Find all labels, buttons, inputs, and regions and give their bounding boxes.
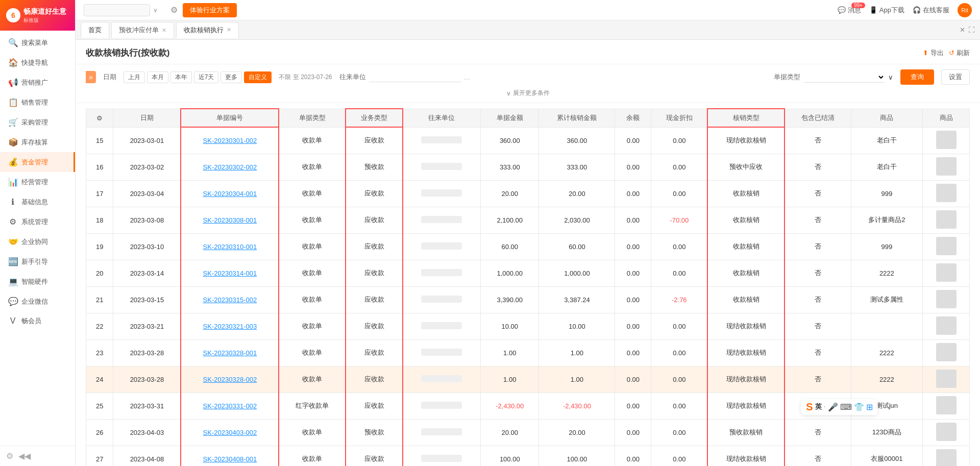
- cell-doc-type: 收款单: [279, 260, 346, 286]
- cell-doc-type: 收款单: [279, 419, 346, 446]
- sidebar-item-quicknav[interactable]: 🏠 快捷导航: [0, 53, 75, 72]
- this-year-button[interactable]: 本年: [170, 71, 192, 83]
- cell-seq: 20: [86, 260, 113, 286]
- this-month-button[interactable]: 本月: [147, 71, 168, 83]
- doc-no-link[interactable]: SK-20230321-003: [203, 323, 257, 330]
- settings-footer-icon[interactable]: ⚙: [6, 451, 13, 461]
- cell-doc-type: 红字收款单: [279, 393, 346, 419]
- cell-partner: [403, 446, 481, 466]
- last-month-button[interactable]: 上月: [124, 71, 145, 83]
- sidebar-item-finance[interactable]: 💰 资金管理: [0, 152, 75, 172]
- table-row: 15 2023-03-01 SK-20230301-002 收款单 应收款 36…: [86, 127, 970, 154]
- sidebar-item-marketing[interactable]: 📢 营销推广: [0, 72, 75, 92]
- tab-home[interactable]: 首页: [81, 22, 109, 38]
- partner-more-icon[interactable]: …: [464, 73, 473, 81]
- app-download-item[interactable]: 📱 App下载: [869, 6, 904, 15]
- cell-verified: 1.00: [539, 339, 615, 366]
- sidebar-item-basic[interactable]: ℹ 基础信息: [0, 192, 75, 212]
- doc-no-link[interactable]: SK-20230408-001: [203, 455, 257, 463]
- expand-more-button[interactable]: ∨ 展开更多条件: [506, 89, 550, 97]
- keyboard-icon[interactable]: ⌨: [840, 402, 852, 412]
- cell-include-settled: 否: [785, 180, 851, 207]
- sidebar-item-search[interactable]: 🔍 搜索菜单: [0, 33, 75, 53]
- filter-toggle-button[interactable]: »: [86, 71, 96, 83]
- cell-amount: 20.00: [481, 419, 539, 446]
- filter-expand: ∨ 展开更多条件: [86, 89, 970, 97]
- solution-button[interactable]: 体验行业方案: [183, 3, 237, 17]
- th-settings[interactable]: ⚙: [86, 109, 113, 127]
- expand-icon: ∨: [506, 90, 511, 97]
- gear-icon[interactable]: ⚙: [170, 5, 178, 15]
- cell-product2: [923, 286, 970, 313]
- sidebar-label-finance: 资金管理: [21, 158, 48, 167]
- sidebar-item-member[interactable]: V 畅会员: [0, 311, 75, 331]
- date-filter-label: 日期: [103, 72, 116, 82]
- sidebar-item-guide[interactable]: 🆕 新手引导: [0, 252, 75, 272]
- shirt-icon[interactable]: 👕: [854, 402, 864, 412]
- doc-no-link[interactable]: SK-20230302-002: [203, 163, 257, 171]
- cell-verify-type: 现结收款核销: [707, 393, 785, 419]
- custom-date-button[interactable]: 自定义: [244, 71, 272, 83]
- export-button[interactable]: ⬆ 导出: [923, 48, 944, 58]
- user-avatar[interactable]: Rit: [958, 3, 972, 17]
- filter-doc-type: 单据类型 ∨: [774, 71, 893, 83]
- tab-verify-close[interactable]: ✕: [227, 27, 231, 33]
- tab-verify[interactable]: 收款核销执行 ✕: [176, 22, 239, 38]
- mic-icon[interactable]: 🎤: [828, 402, 838, 412]
- refresh-button[interactable]: ↺ 刷新: [949, 48, 970, 58]
- partner-input[interactable]: [369, 72, 461, 82]
- last-7days-button[interactable]: 近7天: [194, 71, 219, 83]
- sidebar-item-system[interactable]: ⚙ 系统管理: [0, 212, 75, 232]
- cell-doc-no: SK-20230302-002: [181, 154, 279, 180]
- main-area: ∨ ⚙ 体验行业方案 💬 消息 99+ 📱 App下载 🎧 在线客服 Rit 首…: [76, 0, 980, 466]
- cell-product2: [923, 154, 970, 180]
- tab-expand-icon[interactable]: ⛶: [968, 26, 975, 34]
- sales-icon: 📋: [8, 97, 17, 107]
- chevron-down-icon[interactable]: ∨: [153, 7, 158, 14]
- cell-include-settled: 否: [785, 286, 851, 313]
- online-service-item[interactable]: 🎧 在线客服: [913, 6, 949, 15]
- query-button[interactable]: 查询: [900, 69, 934, 85]
- dot-icon[interactable]: ·: [824, 402, 826, 412]
- th-include-settled: 包含已结清: [785, 109, 851, 127]
- doc-no-link[interactable]: SK-20230403-002: [203, 429, 257, 436]
- operations-icon: 📊: [8, 177, 17, 187]
- cell-date: 2023-03-15: [113, 286, 181, 313]
- doc-no-link[interactable]: SK-20230331-002: [203, 402, 257, 410]
- cell-amount: 60.00: [481, 233, 539, 260]
- doc-no-link[interactable]: SK-20230315-002: [203, 296, 257, 304]
- more-date-button[interactable]: 更多: [220, 71, 242, 83]
- sidebar-item-enterprise[interactable]: 🤝 企业协同: [0, 232, 75, 252]
- cell-cash-disc: 0.00: [651, 393, 708, 419]
- sidebar-item-wechat[interactable]: 💬 企业微信: [0, 291, 75, 311]
- collapse-icon[interactable]: ◀◀: [18, 451, 31, 461]
- sidebar-item-purchase[interactable]: 🛒 采购管理: [0, 112, 75, 132]
- sidebar-item-sales[interactable]: 📋 销售管理: [0, 92, 75, 112]
- doc-no-link[interactable]: SK-20230328-001: [203, 349, 257, 357]
- filter-settings-button[interactable]: 设置: [941, 69, 970, 85]
- tab-prepay[interactable]: 预收冲应付单 ✕: [111, 22, 174, 38]
- tab-close-all-icon[interactable]: ✕: [960, 26, 965, 34]
- sidebar-item-inventory[interactable]: 📦 库存核算: [0, 132, 75, 152]
- cell-date: 2023-03-02: [113, 154, 181, 180]
- doc-no-link[interactable]: SK-20230301-002: [203, 137, 257, 144]
- sidebar-item-operations[interactable]: 📊 经营管理: [0, 172, 75, 192]
- doc-no-link[interactable]: SK-20230310-001: [203, 243, 257, 251]
- doc-no-link[interactable]: SK-20230308-001: [203, 216, 257, 224]
- cell-verify-type: 预收款核销: [707, 419, 785, 446]
- doc-no-link[interactable]: SK-20230328-002: [203, 376, 257, 383]
- sidebar-item-hardware[interactable]: 💻 智能硬件: [0, 272, 75, 291]
- english-icon[interactable]: 英: [815, 402, 822, 412]
- doc-no-link[interactable]: SK-20230314-001: [203, 269, 257, 277]
- th-balance: 余额: [615, 109, 651, 127]
- doc-no-link[interactable]: SK-20230304-001: [203, 190, 257, 198]
- workspace-input[interactable]: [84, 4, 150, 16]
- tab-prepay-close[interactable]: ✕: [162, 27, 166, 34]
- messages-item[interactable]: 💬 消息 99+: [838, 6, 861, 15]
- table-row: 24 2023-03-28 SK-20230328-002 收款单 应收款 1.…: [86, 366, 970, 393]
- cell-date: 2023-03-08: [113, 207, 181, 233]
- doc-type-select[interactable]: [803, 71, 885, 83]
- grid-icon[interactable]: ⊞: [866, 402, 873, 412]
- cell-doc-no: SK-20230403-002: [181, 419, 279, 446]
- cell-verified: 360.00: [539, 127, 615, 154]
